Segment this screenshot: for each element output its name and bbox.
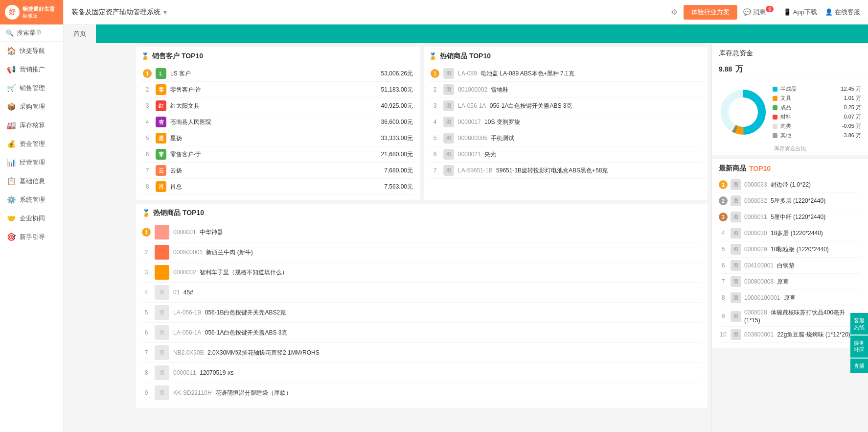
rank-badge: 2 — [719, 196, 728, 205]
sidebar-item-yingxiao[interactable]: 📢 营销推广 — [0, 60, 63, 79]
customer-ranking-section: 🏅 销售客户 TOP10 1 L LS 客户 53,006.26元 2 零 — [136, 47, 420, 200]
collab-icon: 🤝 — [7, 214, 16, 223]
right-panel: 库存总资金 9.88 万 — [711, 43, 868, 432]
rank-num: 4 — [142, 289, 151, 296]
product-img: 图 — [443, 68, 454, 79]
guide-icon: 🎯 — [7, 233, 16, 241]
sidebar-item-xiaoshou[interactable]: 🛒 销售管理 — [0, 79, 63, 97]
hot-product-row: 1 0000001 中华神器 — [142, 222, 702, 242]
rank-num: 6 — [431, 151, 439, 158]
home-icon: 🏠 — [7, 47, 16, 55]
topbar: 装备及固定资产辅助管理系统 ▾ ⚙ 体验行业方案 💬 消息 6 📱 App下载 … — [64, 0, 868, 24]
legend-item: 成品 0.25 万 — [773, 103, 861, 112]
sidebar-item-kuaijie[interactable]: 🏠 快捷导航 — [0, 42, 63, 60]
app-download-button[interactable]: 📱 App下载 — [783, 8, 817, 17]
latest-product-row: 1 图 0000033 封边带 (1.0*22) — [719, 177, 861, 193]
search-icon: 🔍 — [6, 29, 14, 37]
latest-product-row: 7 图 000800008 原查 — [719, 274, 861, 290]
list-item: 3 图 LA-056-1A 056-1A白色按键开关盖ABS 3克 — [429, 98, 703, 114]
avatar: 零 — [156, 84, 166, 95]
messages-button[interactable]: 💬 消息 6 — [743, 8, 776, 17]
list-item: 1 图 LA-089 电池盖 LA-089 ABS本色+黑种 7.1克 — [429, 66, 703, 82]
list-item: 2 零 零售客户·许 51,183.00元 — [141, 82, 415, 98]
sidebar-item-kucun[interactable]: 🏭 库存核算 — [0, 116, 63, 135]
rank-num-2: 2 — [143, 86, 152, 93]
list-item: 1 L LS 客户 53,006.26元 — [141, 66, 415, 82]
sidebar-logo: 好 畅捷通好生意 标准版 — [0, 0, 63, 24]
product-img: 图 — [731, 276, 741, 287]
system-icon: ⚙️ — [7, 195, 16, 204]
float-btn-community[interactable]: 服务 社区 — [850, 336, 868, 358]
online-service-button[interactable]: 👤 在线客服 — [825, 8, 860, 17]
sidebar-item-jichu[interactable]: 📋 基础信息 — [0, 172, 63, 191]
hot-product-row: 5 图 LA-056-1B 056-1B白色按键开关壳ABS2克 — [142, 303, 702, 323]
float-btn-live[interactable]: 直播 — [850, 359, 868, 373]
product-img: 图 — [731, 260, 741, 271]
legend-dot — [773, 133, 777, 138]
inventory-header: 库存总资金 9.88 万 — [712, 43, 868, 79]
sidebar-search[interactable]: 🔍 搜索菜单 — [0, 24, 63, 42]
latest-product-row: 3 图 0000031 5厘中纤 (1220*2440) — [719, 209, 861, 225]
sidebar-item-qiye[interactable]: 🤝 企业协同 — [0, 209, 63, 228]
latest-product-row: 9 图 0000028 体碗蔗核味苏打饮品400毫升 (1*15) — [719, 306, 861, 327]
finance-icon: 💰 — [7, 140, 16, 148]
rank-num: 9 — [719, 313, 728, 320]
list-item: 5 图 000800005 手机测试 — [429, 130, 703, 146]
sidebar-item-caigou[interactable]: 📦 采购管理 — [0, 97, 63, 116]
product-ranking-section: 🏅 热销商品 TOP10 1 图 LA-089 电池盖 LA-089 ABS本色… — [424, 47, 708, 200]
logo-text: 畅捷通好生意 标准版 — [23, 5, 55, 19]
nav-tabs: 首页 — [64, 24, 868, 43]
avatar: 零 — [156, 149, 166, 160]
avatar: 红 — [156, 100, 166, 111]
rank-num-4: 4 — [143, 119, 152, 125]
product-img: 图 — [731, 244, 741, 255]
sidebar-item-xinshou[interactable]: 🎯 新手引导 — [0, 228, 63, 246]
list-item: 4 图 0000017 10S 变刹罗旋 — [429, 114, 703, 130]
sidebar-item-jingying[interactable]: 📊 经营管理 — [0, 153, 63, 172]
list-item: 3 红 红太阳文具 40,925.00元 — [141, 98, 415, 114]
rank-num-8: 8 — [143, 183, 152, 190]
latest-product-row: 4 图 0000030 18多层 (1220*2440) — [719, 225, 861, 241]
tab-home[interactable]: 首页 — [64, 24, 96, 43]
sidebar-item-zijin[interactable]: 💰 资金管理 — [0, 135, 63, 153]
legend-dot — [773, 105, 777, 110]
hot-product-placeholder: 图 — [155, 345, 169, 360]
hot-product-img — [155, 265, 169, 280]
list-item: 7 云 云扬 7,680.00元 — [141, 163, 415, 179]
float-btn-service[interactable]: 客服 热线 — [850, 313, 868, 335]
hot-product-placeholder: 图 — [155, 365, 169, 380]
legend-item: 肉类 -0.05 万 — [773, 121, 861, 131]
rank-num: 3 — [431, 102, 439, 109]
avatar: L — [156, 68, 166, 79]
list-item: 8 肖 肖总 7,563.00元 — [141, 179, 415, 195]
rank-num: 6 — [142, 329, 151, 336]
rank-badge: 1 — [719, 180, 728, 189]
sidebar-item-xitong[interactable]: ⚙️ 系统管理 — [0, 191, 63, 209]
rank-num: 4 — [431, 119, 439, 125]
hot-product-placeholder: 图 — [155, 305, 169, 320]
messages-badge: 6 — [766, 6, 774, 12]
rank-badge: 1 — [142, 228, 151, 237]
hot-product-row: 7 图 NB2.0X30B 2.0X30MM双搓花轴搓花直径2.1MM/ROHS — [142, 343, 702, 363]
gear-icon[interactable]: ⚙ — [671, 7, 678, 17]
main-area: 装备及固定资产辅助管理系统 ▾ ⚙ 体验行业方案 💬 消息 6 📱 App下载 … — [64, 0, 868, 432]
rank-num-6: 6 — [143, 151, 152, 158]
legend-dot — [773, 96, 777, 101]
list-item: 7 图 LA-59651-1B 59651-1B旋转投影灯电池盒ABS黑色+58… — [429, 163, 703, 179]
rank-num: 10 — [719, 331, 728, 338]
inventory-chart-label: 库存资金占比 — [712, 145, 868, 155]
system-name: 装备及固定资产辅助管理系统 — [71, 8, 160, 17]
chevron-down-icon[interactable]: ▾ — [163, 8, 167, 16]
trial-button[interactable]: 体验行业方案 — [684, 5, 737, 20]
info-icon: 📋 — [7, 177, 16, 186]
rank-num: 2 — [142, 249, 151, 256]
rank-badge-1: 1 — [143, 69, 152, 78]
rank-num-5: 5 — [143, 135, 152, 142]
inventory-amount: 9.88 万 — [719, 60, 861, 75]
latest-product-row: 10 图 003800001 22g鱼豆腐·烧烤味 (1*12*20) — [719, 327, 861, 343]
hot-product-placeholder: 图 — [155, 385, 169, 400]
avatar: 杏 — [156, 117, 166, 127]
middle-panel: 🏅 销售客户 TOP10 1 L LS 客户 53,006.26元 2 零 — [132, 43, 711, 432]
legend-item: 材料 0.07 万 — [773, 112, 861, 121]
mobile-icon: 📱 — [783, 8, 791, 16]
